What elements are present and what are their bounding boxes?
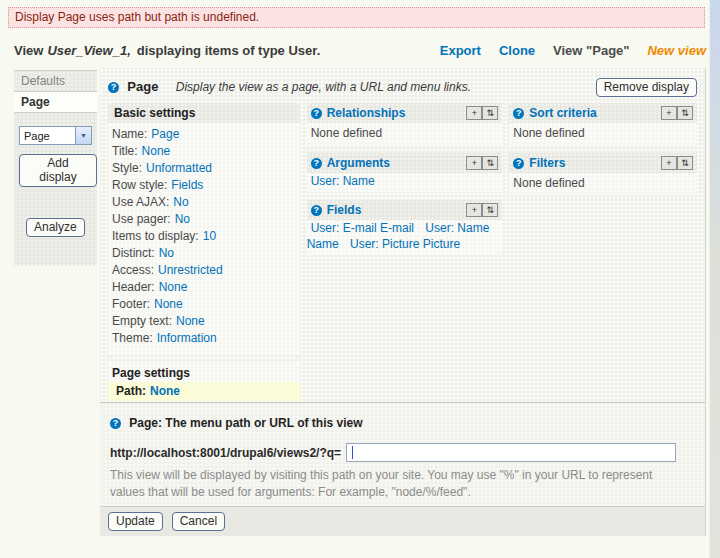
sort-criteria-empty-text: None defined [509,123,697,142]
sort-criteria-bucket: ? Sort criteria + ⇅ None defined [509,103,697,145]
export-link[interactable]: Export [440,43,481,58]
path-input[interactable] [346,443,676,462]
rearrange-filters-button[interactable]: ⇅ [677,156,693,170]
setting-row: Style:Unformatted [112,160,296,177]
rearrange-sorts-button[interactable]: ⇅ [677,106,693,120]
chevron-down-icon: ▼ [75,127,91,144]
basic-settings-bucket: Basic settings Name:Page Title:None Styl… [108,103,300,355]
help-icon[interactable]: ? [110,418,121,429]
fields-buttons: + ⇅ [466,203,498,217]
setting-row: Theme:Information [112,330,296,347]
basic-settings-rows: Name:Page Title:None Style:Unformatted R… [108,123,300,355]
rearrange-relationships-button[interactable]: ⇅ [482,106,498,120]
update-button[interactable]: Update [108,512,163,531]
view-name: User_View_1, [47,43,130,58]
new-view-link[interactable]: New view [647,43,706,58]
setting-value-link[interactable]: No [175,212,190,226]
setting-value-link[interactable]: None [159,280,188,294]
clone-link[interactable]: Clone [499,43,535,58]
bucket-columns: Basic settings Name:Page Title:None Styl… [100,98,705,424]
view-header: View User_View_1, displaying items of ty… [14,43,706,58]
help-icon[interactable]: ? [311,205,322,216]
plus-icon: + [472,158,477,168]
setting-label: Header: [112,280,155,294]
view-page-link[interactable]: View "Page" [553,43,629,58]
filters-bucket: ? Filters + ⇅ None defined [509,153,697,195]
display-edit-panel: ? Page Display the view as a page, with … [100,68,706,536]
remove-display-button[interactable]: Remove display [596,78,697,97]
fields-title-link[interactable]: Fields [327,203,362,217]
setting-label: Style: [112,161,142,175]
setting-value-link[interactable]: Page [151,127,179,141]
add-display-button[interactable]: Add display [19,154,97,187]
setting-row: Distinct:No [112,245,296,262]
basic-settings-title: Basic settings [114,106,195,120]
field-item-link[interactable]: User: E-mail E-mail [307,219,418,236]
help-icon[interactable]: ? [513,108,524,119]
setting-value-link[interactable]: Unrestricted [158,263,223,277]
setting-value-link[interactable]: Information [157,331,217,345]
filters-buttons: + ⇅ [661,156,693,170]
help-icon[interactable]: ? [311,158,322,169]
setting-value-link[interactable]: No [159,246,174,260]
arguments-header: ? Arguments + ⇅ [307,153,503,173]
cancel-button[interactable]: Cancel [172,512,225,531]
sort-criteria-title-link[interactable]: Sort criteria [529,106,596,120]
help-icon[interactable]: ? [108,82,119,93]
path-form-title: ? Page: The menu path or URL of this vie… [100,403,705,430]
setting-row: Use AJAX:No [112,194,296,211]
relationships-title-link[interactable]: Relationships [327,106,406,120]
help-icon[interactable]: ? [513,158,524,169]
sidebar-tab-defaults[interactable]: Defaults [14,71,97,92]
analyze-button[interactable]: Analyze [26,218,85,237]
path-setting-row: Path:None [108,382,300,401]
setting-label: Title: [112,144,138,158]
setting-label: Distinct: [112,246,155,260]
rearrange-fields-button[interactable]: ⇅ [482,203,498,217]
setting-value-link[interactable]: No [173,195,188,209]
setting-label: Footer: [112,297,150,311]
setting-row: Access:Unrestricted [112,262,296,279]
add-relationship-button[interactable]: + [466,106,482,120]
column-right: ? Sort criteria + ⇅ None defined ? Filte… [509,103,697,195]
add-filter-button[interactable]: + [661,156,677,170]
setting-row: Name:Page [112,126,296,143]
setting-label: Theme: [112,331,153,345]
help-icon[interactable]: ? [311,108,322,119]
display-type-select[interactable]: Page ▼ [19,126,92,145]
rearrange-icon: ⇅ [681,108,689,118]
rearrange-arguments-button[interactable]: ⇅ [482,156,498,170]
display-description: Display the view as a page, with a URL a… [176,80,471,94]
add-sort-button[interactable]: + [661,106,677,120]
path-form-title-text: Page: The menu path or URL of this view [129,416,362,430]
plus-icon: + [666,158,671,168]
field-item-link[interactable]: User: Picture Picture [346,235,464,252]
setting-label: Name: [112,127,147,141]
setting-value-link[interactable]: Unformatted [146,161,212,175]
fields-header: ? Fields + ⇅ [307,200,503,220]
argument-item-link[interactable]: User: Name [307,172,379,189]
sidebar-tab-page[interactable]: Page [14,92,97,113]
arguments-bucket: ? Arguments + ⇅ User: Name [307,153,503,192]
setting-value-link[interactable]: None [142,144,171,158]
setting-value-link[interactable]: 10 [203,229,216,243]
basic-settings-header: Basic settings [108,103,300,123]
add-argument-button[interactable]: + [466,156,482,170]
path-value-link[interactable]: None [150,384,180,398]
relationships-header: ? Relationships + ⇅ [307,103,503,123]
rearrange-icon: ⇅ [487,158,495,168]
filters-title-link[interactable]: Filters [529,156,565,170]
add-field-button[interactable]: + [466,203,482,217]
setting-row: Items to display:10 [112,228,296,245]
view-title-label: View [14,43,43,58]
view-description: displaying items of type User. [137,43,321,58]
path-input-row: http://localhost:8001/drupal6/views2/?q= [100,430,705,462]
arguments-buttons: + ⇅ [466,156,498,170]
setting-value-link[interactable]: None [176,314,205,328]
display-sidebar: Defaults Page Page ▼ Add display Analyze [14,70,97,266]
display-type-select-value: Page [20,130,75,142]
setting-value-link[interactable]: Fields [171,178,203,192]
arguments-title-link[interactable]: Arguments [327,156,390,170]
setting-label: Use pager: [112,212,171,226]
setting-value-link[interactable]: None [154,297,183,311]
